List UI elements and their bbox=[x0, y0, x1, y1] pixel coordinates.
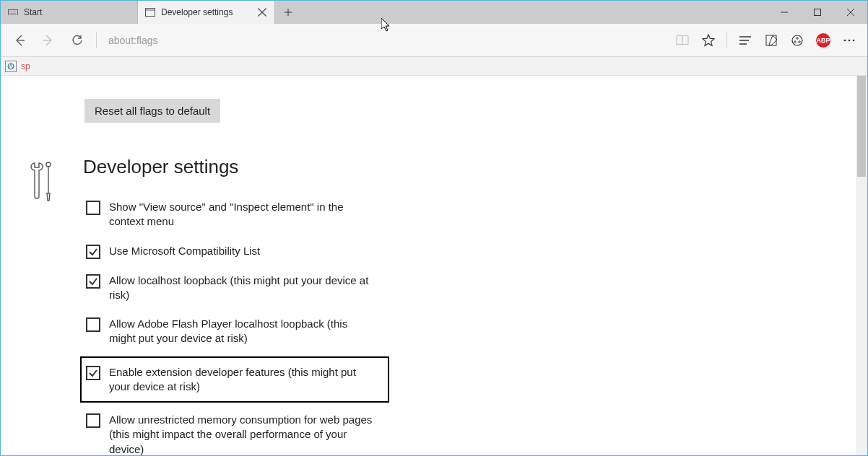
svg-point-25 bbox=[794, 40, 796, 42]
share-button[interactable] bbox=[785, 27, 810, 53]
option-label: Allow Adobe Flash Player localhost loopb… bbox=[109, 317, 376, 346]
option-checkbox[interactable] bbox=[86, 201, 100, 215]
svg-point-24 bbox=[797, 37, 798, 38]
option-checkbox[interactable] bbox=[86, 245, 100, 259]
page-content: Reset all flags to default Developer set… bbox=[1, 76, 867, 455]
option-label: Enable extension developer features (thi… bbox=[109, 365, 376, 395]
close-window-button[interactable] bbox=[834, 1, 867, 24]
reading-view-button[interactable] bbox=[670, 27, 695, 53]
forward-button[interactable] bbox=[35, 27, 61, 53]
svg-rect-0 bbox=[8, 9, 17, 15]
page-title: Developer settings bbox=[83, 156, 379, 178]
favorite-button[interactable] bbox=[696, 27, 721, 53]
svg-point-23 bbox=[792, 35, 802, 45]
option-label: Allow unrestricted memory consumption fo… bbox=[109, 413, 376, 455]
keyboard-icon bbox=[8, 7, 18, 17]
window-controls bbox=[768, 1, 867, 24]
svg-point-27 bbox=[844, 39, 846, 41]
svg-rect-6 bbox=[146, 9, 155, 17]
tab-label: Developer settings bbox=[161, 7, 251, 17]
reset-flags-button[interactable]: Reset all flags to default bbox=[84, 99, 220, 123]
new-tab-button[interactable] bbox=[275, 1, 301, 24]
wrench-screwdriver-icon bbox=[30, 156, 61, 206]
tab-strip: Start Developer settings bbox=[1, 1, 867, 24]
tab-developer-settings[interactable]: Developer settings bbox=[138, 1, 275, 24]
more-button[interactable] bbox=[837, 27, 862, 53]
abp-icon: ABP bbox=[816, 33, 830, 48]
favorites-bar: sp bbox=[1, 57, 867, 76]
svg-rect-13 bbox=[815, 9, 821, 16]
close-tab-icon[interactable] bbox=[257, 7, 267, 17]
tab-start[interactable]: Start bbox=[1, 1, 138, 24]
svg-point-26 bbox=[799, 40, 800, 42]
option-row: Enable extension developer features (thi… bbox=[80, 356, 389, 403]
option-row: Show "View source" and "Inspect element"… bbox=[83, 196, 379, 234]
svg-rect-22 bbox=[766, 35, 776, 45]
minimize-button[interactable] bbox=[768, 1, 801, 24]
hub-button[interactable] bbox=[733, 27, 758, 53]
separator bbox=[96, 32, 97, 48]
separator bbox=[726, 32, 727, 48]
scrollbar[interactable] bbox=[856, 76, 867, 455]
option-row: Allow localhost loopback (this might put… bbox=[83, 269, 379, 307]
favorites-bar-label[interactable]: sp bbox=[21, 61, 30, 71]
option-row: Allow Adobe Flash Player localhost loopb… bbox=[83, 312, 379, 351]
tab-label: Start bbox=[24, 7, 130, 17]
svg-point-28 bbox=[849, 39, 851, 41]
option-label: Use Microsoft Compatibility List bbox=[109, 244, 260, 258]
option-label: Allow localhost loopback (this might put… bbox=[109, 273, 376, 303]
window-icon bbox=[145, 7, 155, 17]
option-label: Show "View source" and "Inspect element"… bbox=[109, 200, 376, 229]
back-button[interactable] bbox=[6, 27, 32, 53]
option-checkbox[interactable] bbox=[86, 413, 100, 428]
abp-extension-button[interactable]: ABP bbox=[811, 27, 836, 53]
address-bar[interactable]: about:flags bbox=[105, 35, 158, 46]
toolbar: about:flags ABP bbox=[1, 24, 867, 57]
scroll-thumb[interactable] bbox=[857, 76, 866, 177]
option-checkbox[interactable] bbox=[86, 366, 100, 380]
option-checkbox[interactable] bbox=[86, 274, 100, 289]
maximize-button[interactable] bbox=[801, 1, 834, 24]
option-checkbox[interactable] bbox=[86, 317, 100, 332]
notes-button[interactable] bbox=[759, 27, 784, 53]
option-row: Allow unrestricted memory consumption fo… bbox=[83, 408, 379, 455]
option-row: Use Microsoft Compatibility List bbox=[83, 240, 379, 263]
svg-point-29 bbox=[853, 39, 855, 41]
refresh-button[interactable] bbox=[64, 27, 90, 53]
extension-icon[interactable] bbox=[5, 61, 17, 72]
